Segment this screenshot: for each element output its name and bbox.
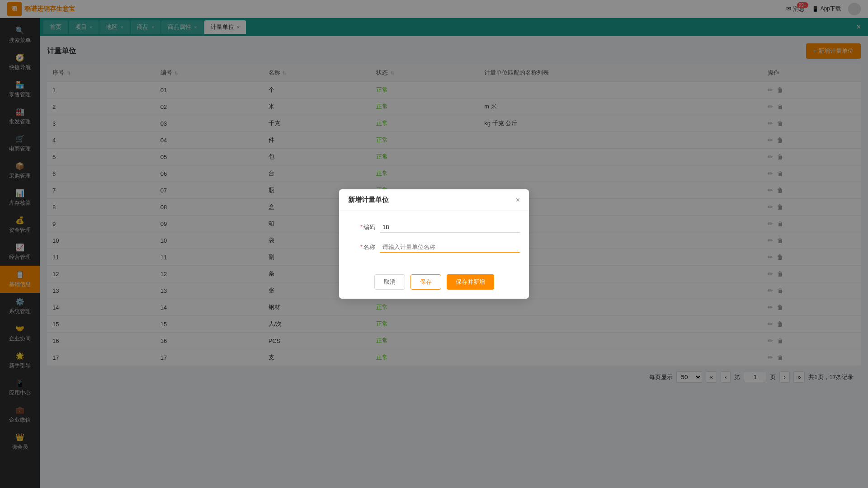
code-required-mark: * (360, 224, 363, 230)
name-form-row: *名称 (348, 242, 520, 253)
modal-footer: 取消 保存 保存并新增 (339, 269, 529, 299)
name-required-mark: * (360, 244, 363, 250)
code-label: *编码 (348, 223, 375, 231)
modal-title: 新增计量单位 (348, 196, 389, 204)
save-button[interactable]: 保存 (410, 274, 441, 290)
code-form-row: *编码 (348, 222, 520, 233)
name-input[interactable] (380, 242, 520, 253)
name-label: *名称 (348, 243, 375, 251)
code-input[interactable] (380, 222, 520, 233)
modal-close-btn[interactable]: × (516, 196, 520, 204)
modal-header: 新增计量单位 × (339, 189, 529, 211)
add-unit-modal: 新增计量单位 × *编码 *名称 取消 保存 保存并新增 (339, 189, 529, 299)
cancel-button[interactable]: 取消 (374, 274, 405, 290)
modal-overlay[interactable]: 新增计量单位 × *编码 *名称 取消 保存 保存并新增 (0, 0, 868, 488)
modal-body: *编码 *名称 (339, 211, 529, 269)
save-and-new-button[interactable]: 保存并新增 (447, 274, 494, 290)
